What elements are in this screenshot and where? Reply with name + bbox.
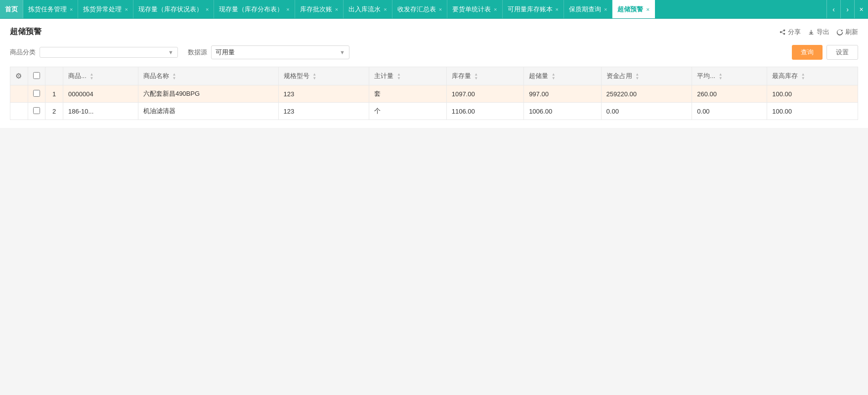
export-button[interactable]: 导出: [808, 28, 829, 37]
td-num: 2: [45, 103, 63, 120]
chevron-down-icon: ▼: [340, 49, 345, 55]
sort-icon: ▲▼: [552, 73, 556, 80]
td-spec: 123: [278, 103, 369, 120]
nav-tab-1[interactable]: 拣货任务管理 ×: [23, 0, 78, 19]
close-icon[interactable]: ×: [604, 6, 607, 12]
datasource-select[interactable]: 可用量 ▼: [211, 45, 349, 59]
td-capital: 0.00: [601, 103, 692, 120]
td-unit: 套: [369, 85, 446, 103]
th-overstock[interactable]: 超储量 ▲▼: [524, 67, 601, 85]
share-icon: [779, 29, 786, 36]
table-row: 1 0000004 六配套新昌490BPG 123 套 1097.00 997.…: [10, 85, 858, 103]
td-settings: [10, 85, 28, 103]
close-icon[interactable]: ×: [335, 6, 338, 12]
sort-icon: ▲▼: [719, 73, 723, 80]
td-num: 1: [45, 85, 63, 103]
td-checkbox[interactable]: [28, 103, 45, 120]
sort-icon: ▲▼: [89, 73, 93, 80]
export-icon: [808, 29, 815, 36]
header-actions: 分享 导出 刷新: [779, 28, 858, 37]
category-select[interactable]: ▼: [40, 47, 178, 58]
th-avg[interactable]: 平均... ▲▼: [692, 67, 767, 85]
th-product-name[interactable]: 商品名称 ▲▼: [138, 67, 278, 85]
category-filter: 商品分类 ▼: [10, 47, 178, 58]
nav-next-button[interactable]: ›: [840, 0, 854, 19]
td-product-code: 0000004: [63, 85, 138, 103]
row-checkbox[interactable]: [33, 107, 40, 114]
td-stock: 1097.00: [446, 85, 523, 103]
category-label: 商品分类: [10, 48, 36, 57]
filter-actions: 查询 设置: [792, 45, 858, 60]
row-checkbox[interactable]: [33, 90, 40, 97]
close-icon[interactable]: ×: [206, 6, 209, 12]
nav-tab-11-active[interactable]: 超储预警 ×: [612, 0, 654, 19]
datasource-filter: 数据源 可用量 ▼: [188, 45, 349, 59]
nav-tab-8[interactable]: 要货单统计表 ×: [447, 0, 502, 19]
td-checkbox[interactable]: [28, 85, 45, 103]
th-stock[interactable]: 库存量 ▲▼: [446, 67, 523, 85]
td-stock: 1106.00: [446, 103, 523, 120]
nav-tab-6[interactable]: 出入库流水 ×: [344, 0, 392, 19]
nav-tab-2[interactable]: 拣货异常处理 ×: [78, 0, 133, 19]
nav-tab-3[interactable]: 现存量（库存状况表） ×: [133, 0, 214, 19]
table-row: 2 186-10... 机油滤清器 123 个 1106.00 1006.00 …: [10, 103, 858, 120]
sort-icon: ▲▼: [635, 73, 639, 80]
th-checkbox: [28, 67, 45, 85]
close-icon[interactable]: ×: [494, 6, 497, 12]
td-spec: 123: [278, 85, 369, 103]
table-body: 1 0000004 六配套新昌490BPG 123 套 1097.00 997.…: [10, 85, 858, 120]
td-overstock: 1006.00: [524, 103, 601, 120]
page-title: 超储预警: [10, 27, 42, 37]
close-icon[interactable]: ×: [286, 6, 289, 12]
page-header: 超储预警 分享 导出 刷新: [10, 27, 858, 37]
filter-row: 商品分类 ▼ 数据源 可用量 ▼ 查询 设置: [10, 45, 858, 60]
close-icon[interactable]: ×: [646, 6, 649, 12]
sort-icon: ▲▼: [801, 73, 805, 80]
th-product-code[interactable]: 商品... ▲▼: [63, 67, 138, 85]
nav-tab-9[interactable]: 可用量库存账本 ×: [503, 0, 564, 19]
nav-tab-7[interactable]: 收发存汇总表 ×: [392, 0, 447, 19]
th-unit[interactable]: 主计量 ▲▼: [369, 67, 446, 85]
top-nav: 首页 拣货任务管理 × 拣货异常处理 × 现存量（库存状况表） × 现存量（库存…: [0, 0, 868, 19]
select-all-checkbox[interactable]: [33, 72, 40, 79]
settings-button[interactable]: 设置: [826, 45, 858, 60]
td-overstock: 997.00: [524, 85, 601, 103]
data-table: ⚙ 商品... ▲▼ 商品名称 ▲▼ 规格型号 ▲▼: [10, 67, 858, 120]
th-spec[interactable]: 规格型号 ▲▼: [278, 67, 369, 85]
close-icon[interactable]: ×: [125, 6, 128, 12]
nav-prev-button[interactable]: ‹: [826, 0, 840, 19]
sort-icon: ▲▼: [474, 73, 478, 80]
table-header-row: ⚙ 商品... ▲▼ 商品名称 ▲▼ 规格型号 ▲▼: [10, 67, 858, 85]
close-icon[interactable]: ×: [439, 6, 442, 12]
refresh-icon: [836, 29, 843, 36]
td-product-name: 六配套新昌490BPG: [138, 85, 278, 103]
nav-tab-10[interactable]: 保质期查询 ×: [564, 0, 612, 19]
nav-more-button[interactable]: ×: [854, 0, 868, 19]
td-avg: 260.00: [692, 85, 767, 103]
gear-icon[interactable]: ⚙: [15, 72, 22, 80]
td-avg: 0.00: [692, 103, 767, 120]
close-icon[interactable]: ×: [556, 6, 559, 12]
refresh-button[interactable]: 刷新: [836, 28, 858, 37]
td-max-stock: 100.00: [767, 85, 858, 103]
th-capital[interactable]: 资金占用 ▲▼: [601, 67, 692, 85]
query-button[interactable]: 查询: [792, 45, 823, 60]
th-max-stock[interactable]: 最高库存 ▲▼: [767, 67, 858, 85]
sort-icon: ▲▼: [397, 73, 401, 80]
td-product-name: 机油滤清器: [138, 103, 278, 120]
nav-tab-5[interactable]: 库存批次账 ×: [295, 0, 344, 19]
page-content: 超储预警 分享 导出 刷新 商品: [0, 19, 868, 128]
th-num: [45, 67, 63, 85]
sort-icon: ▲▼: [173, 73, 176, 80]
share-button[interactable]: 分享: [779, 28, 801, 37]
close-icon[interactable]: ×: [70, 6, 73, 12]
sort-icon: ▲▼: [312, 73, 316, 80]
td-capital: 259220.00: [601, 85, 692, 103]
datasource-select-value: 可用量: [216, 48, 235, 57]
nav-tab-4[interactable]: 现存量（库存分布表） ×: [214, 0, 295, 19]
close-icon[interactable]: ×: [384, 6, 387, 12]
td-settings: [10, 103, 28, 120]
nav-tab-home[interactable]: 首页: [0, 0, 23, 19]
datasource-label: 数据源: [188, 48, 207, 57]
chevron-down-icon: ▼: [168, 49, 174, 55]
